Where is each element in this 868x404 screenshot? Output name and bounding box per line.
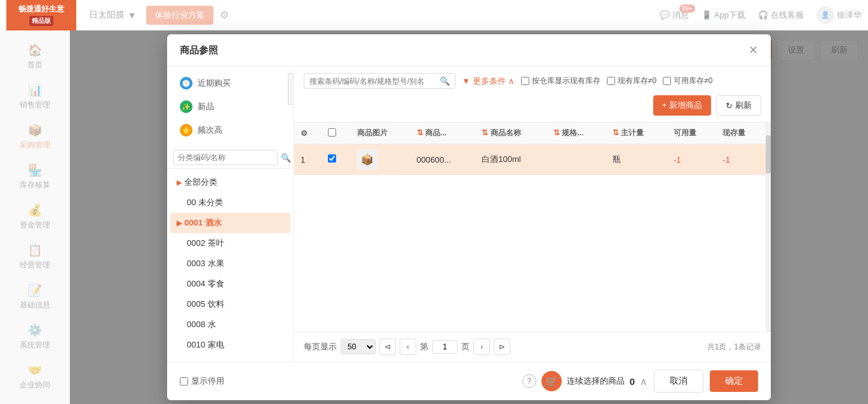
- modal-close-btn[interactable]: ✕: [749, 43, 758, 57]
- cat-tea[interactable]: 0002 茶叶: [170, 233, 290, 253]
- col-spec[interactable]: ⇅ 规格...: [547, 123, 606, 144]
- filter-btn[interactable]: ▼ 更多条件 ∧: [462, 76, 515, 87]
- cat-label-beverage: 0005 饮料: [187, 299, 224, 310]
- show-disabled-check[interactable]: 显示停用: [180, 375, 224, 387]
- sidebar-item-guide[interactable]: 📖 新手引导: [0, 397, 69, 404]
- cat-water[interactable]: 0008 水: [170, 314, 290, 335]
- col-checkbox[interactable]: [322, 123, 351, 144]
- available-checkbox[interactable]: [663, 77, 671, 85]
- cat-all[interactable]: ▶ 全部分类: [170, 172, 290, 192]
- sidebar-item-system[interactable]: ⚙️ 系统管理: [0, 317, 69, 357]
- page-last-btn[interactable]: ⊳: [494, 339, 510, 355]
- gear-icon[interactable]: ⚙: [220, 9, 229, 21]
- message-icon: 💬: [660, 10, 670, 20]
- row-img: 📦: [351, 144, 410, 175]
- cat-arrow-all: ▶: [177, 178, 182, 187]
- sidebar-item-finance[interactable]: 💰 资金管理: [0, 197, 69, 237]
- filter-label: 更多条件: [473, 76, 506, 87]
- cancel-btn[interactable]: 取消: [654, 370, 703, 393]
- cart-collapse-btn[interactable]: ∧: [640, 375, 648, 387]
- refresh-icon: ↻: [726, 101, 733, 111]
- sidebar-item-home[interactable]: 🏠 首页: [0, 37, 69, 77]
- col-settings[interactable]: ⚙: [294, 123, 322, 144]
- cat-arrow-liquor: ▶: [177, 219, 182, 227]
- quick-freq[interactable]: ⭐ 频次高: [173, 120, 287, 140]
- confirm-btn[interactable]: 确定: [710, 370, 758, 392]
- right-panel: 🔍 ▼ 更多条件 ∧ 按仓库显示现有库存: [294, 67, 771, 361]
- row-spec: [547, 144, 606, 175]
- row-checkbox[interactable]: [322, 144, 351, 175]
- sort-icon-unit: ⇅: [613, 128, 619, 137]
- row-name: 白酒100ml: [475, 144, 547, 175]
- cat-liquor[interactable]: ▶ 0001 酒水: [170, 213, 290, 233]
- vertical-scrollbar[interactable]: [766, 123, 771, 332]
- page-first-btn[interactable]: ⊲: [379, 339, 396, 355]
- search-icon[interactable]: 🔍: [440, 76, 450, 86]
- filter-icon: ▼: [462, 76, 470, 86]
- product-search-input[interactable]: [309, 77, 437, 86]
- cat-label-liquor: 0001 酒水: [184, 217, 222, 229]
- col-unit[interactable]: ⇅ 主计量: [606, 123, 667, 144]
- sidebar-item-operations[interactable]: 📋 经营管理: [0, 237, 69, 277]
- col-name[interactable]: ⇅ 商品名称: [475, 123, 547, 144]
- sidebar-item-inventory[interactable]: 🏪 库存核算: [0, 157, 69, 197]
- add-product-btn[interactable]: + 新增商品: [653, 95, 711, 116]
- filter-arrow: ∧: [508, 76, 515, 86]
- sidebar-label-finance: 资金管理: [20, 220, 50, 231]
- check-available[interactable]: 可用库存≠0: [663, 76, 712, 86]
- nav-selector[interactable]: 日太阳膜 ▼: [89, 10, 137, 21]
- search-icon[interactable]: 🔍: [281, 153, 291, 163]
- col-code[interactable]: ⇅ 商品...: [410, 123, 476, 144]
- table-scroll-area: ⚙ 商品图片 ⇅ 商品...: [294, 123, 771, 332]
- cat-beverage[interactable]: 0005 饮料: [170, 294, 290, 314]
- user-menu[interactable]: 👤 徐泽华: [817, 6, 862, 24]
- avatar: 👤: [817, 6, 834, 24]
- cart-icon[interactable]: 🛒: [541, 371, 562, 391]
- product-search-box: 🔍: [304, 73, 456, 89]
- category-search-input[interactable]: [173, 150, 278, 165]
- row-stock: -1: [716, 144, 766, 175]
- cat-label-appliance: 0010 家电: [187, 339, 224, 351]
- sidebar-item-basics[interactable]: 📝 基础信息: [0, 277, 69, 317]
- sidebar-item-purchase[interactable]: 📦 采购管理: [0, 117, 69, 157]
- scroll-thumb[interactable]: [766, 135, 771, 173]
- collab-icon: 🤝: [28, 363, 42, 377]
- exp-btn[interactable]: 体验行业方案: [146, 6, 214, 25]
- check-warehouse[interactable]: 按仓库显示现有库存: [521, 76, 600, 86]
- app-download-btn[interactable]: 📱 App下载: [702, 10, 745, 21]
- stock-checkbox[interactable]: [607, 77, 615, 85]
- sidebar-label-inventory: 库存核算: [20, 180, 50, 191]
- freq-label: 频次高: [198, 125, 222, 136]
- table-row[interactable]: 1 📦 000600... 白酒100ml: [294, 144, 766, 175]
- page-prev-btn[interactable]: ‹: [400, 339, 416, 355]
- select-all-checkbox[interactable]: [328, 128, 336, 137]
- page-next-btn[interactable]: ›: [473, 339, 490, 355]
- headset-icon: 🎧: [758, 10, 768, 20]
- modal-header: 商品参照 ✕: [167, 34, 771, 67]
- message-btn[interactable]: 💬 消息 99+: [660, 10, 689, 21]
- online-service-btn[interactable]: 🎧 在线客服: [758, 10, 804, 21]
- sidebar-label-home: 首页: [27, 60, 43, 71]
- check-stock[interactable]: 现有库存≠0: [607, 76, 656, 86]
- cat-fruit[interactable]: 0003 水果: [170, 253, 290, 274]
- content-area: 查询 设置 刷新 商品参照 ✕ 🕒: [70, 30, 868, 404]
- sidebar-item-collab[interactable]: 🤝 企业协同: [0, 357, 69, 397]
- refresh-btn[interactable]: ↻ 刷新: [716, 95, 761, 116]
- warehouse-checkbox[interactable]: [521, 77, 529, 85]
- msg-badge: 99+: [679, 4, 695, 13]
- page-number-input[interactable]: [432, 340, 458, 354]
- panel-collapse-btn[interactable]: 《: [288, 73, 294, 105]
- sales-icon: 📊: [28, 83, 42, 97]
- cat-snack[interactable]: 0004 零食: [170, 274, 290, 294]
- pagination: 每页显示 50 20 100 ⊲ ‹ 第 页 ›: [294, 332, 771, 361]
- help-icon[interactable]: ?: [522, 374, 536, 388]
- quick-recent[interactable]: 🕒 近期购买: [173, 73, 287, 93]
- quick-new[interactable]: ✨ 新品: [173, 97, 287, 117]
- home-icon: 🏠: [28, 43, 42, 57]
- purchase-icon: 📦: [28, 123, 42, 137]
- sidebar-item-sales[interactable]: 📊 销售管理: [0, 77, 69, 117]
- cat-unclassified[interactable]: 00 未分类: [170, 192, 290, 213]
- disabled-checkbox[interactable]: [180, 377, 188, 386]
- cat-appliance[interactable]: 0010 家电: [170, 335, 290, 355]
- per-page-select[interactable]: 50 20 100: [341, 339, 376, 354]
